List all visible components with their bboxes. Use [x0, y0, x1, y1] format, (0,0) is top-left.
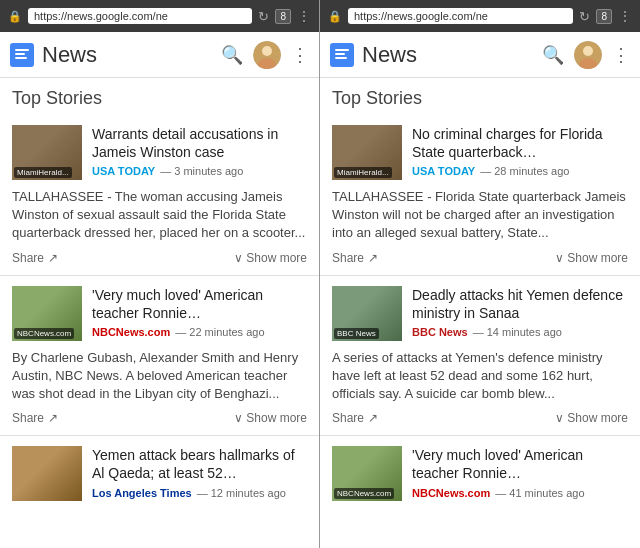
content-area: Top Stories MiamiHerald... No criminal c…	[320, 78, 640, 548]
story-info: 'Very much loved' American teacher Ronni…	[92, 286, 307, 341]
share-icon: ↗	[368, 411, 378, 425]
show-more-button[interactable]: ∨ Show more	[555, 411, 628, 425]
story-title[interactable]: 'Very much loved' American teacher Ronni…	[412, 446, 628, 482]
story-time: — 12 minutes ago	[197, 487, 286, 499]
chevron-down-icon: ∨	[555, 411, 564, 425]
story-thumbnail: NBCNews.com	[332, 446, 402, 501]
user-avatar[interactable]	[574, 41, 602, 69]
search-icon[interactable]: 🔍	[221, 44, 243, 66]
section-title: Top Stories	[320, 78, 640, 115]
story-title[interactable]: No criminal charges for Florida State qu…	[412, 125, 628, 161]
story-body: By Charlene Gubash, Alexander Smith and …	[12, 349, 307, 404]
app-bar-icons: 🔍 ⋮	[542, 41, 630, 69]
lock-icon: 🔒	[8, 10, 22, 23]
url-bar[interactable]: https://news.google.com/ne	[348, 8, 573, 24]
chevron-down-icon: ∨	[234, 251, 243, 265]
show-more-button[interactable]: ∨ Show more	[234, 251, 307, 265]
svg-rect-1	[15, 49, 29, 51]
story-thumbnail: MiamiHerald...	[12, 125, 82, 180]
browser-pane: 🔒 https://news.google.com/ne ↻ 8 ⋮ News …	[320, 0, 640, 548]
more-options-icon[interactable]: ⋮	[612, 44, 630, 66]
story-card: NBCNews.com 'Very much loved' American t…	[320, 436, 640, 519]
story-card: NBCNews.com 'Very much loved' American t…	[0, 276, 319, 437]
address-bar: 🔒 https://news.google.com/ne ↻ 8 ⋮	[0, 0, 319, 32]
user-avatar[interactable]	[253, 41, 281, 69]
svg-rect-9	[335, 53, 345, 55]
story-body: TALLAHASSEE - The woman accusing Jameis …	[12, 188, 307, 243]
menu-icon[interactable]: ⋮	[297, 8, 311, 24]
story-time: — 3 minutes ago	[160, 165, 243, 177]
story-header: NBCNews.com 'Very much loved' American t…	[332, 446, 628, 501]
app-bar-icons: 🔍 ⋮	[221, 41, 309, 69]
source-line: USA TODAY — 28 minutes ago	[412, 165, 628, 177]
story-header: BBC News Deadly attacks hit Yemen defenc…	[332, 286, 628, 341]
story-card: BBC News Deadly attacks hit Yemen defenc…	[320, 276, 640, 437]
share-button[interactable]: Share ↗	[332, 251, 378, 265]
share-button[interactable]: Share ↗	[332, 411, 378, 425]
story-card: MiamiHerald... No criminal charges for F…	[320, 115, 640, 276]
story-body: A series of attacks at Yemen's defence m…	[332, 349, 628, 404]
more-options-icon[interactable]: ⋮	[291, 44, 309, 66]
story-time: — 41 minutes ago	[495, 487, 584, 499]
app-bar: News 🔍 ⋮	[320, 32, 640, 78]
story-thumbnail: NBCNews.com	[12, 286, 82, 341]
svg-rect-2	[15, 53, 25, 55]
search-icon[interactable]: 🔍	[542, 44, 564, 66]
story-info: No criminal charges for Florida State qu…	[412, 125, 628, 180]
show-more-label: Show more	[246, 411, 307, 425]
source-line: NBCNews.com — 41 minutes ago	[412, 487, 628, 499]
share-label: Share	[12, 251, 44, 265]
show-more-button[interactable]: ∨ Show more	[555, 251, 628, 265]
story-footer: Share ↗ ∨ Show more	[332, 251, 628, 265]
svg-rect-8	[335, 49, 349, 51]
share-button[interactable]: Share ↗	[12, 251, 58, 265]
story-footer: Share ↗ ∨ Show more	[332, 411, 628, 425]
share-label: Share	[332, 411, 364, 425]
story-header: MiamiHerald... Warrants detail accusatio…	[12, 125, 307, 180]
avatar-image	[253, 41, 281, 69]
story-time: — 28 minutes ago	[480, 165, 569, 177]
source-line: NBCNews.com — 22 minutes ago	[92, 326, 307, 338]
app-title: News	[42, 42, 213, 68]
story-source: BBC News	[412, 326, 468, 338]
show-more-label: Show more	[246, 251, 307, 265]
story-title[interactable]: Warrants detail accusations in Jameis Wi…	[92, 125, 307, 161]
chevron-down-icon: ∨	[234, 411, 243, 425]
svg-rect-3	[15, 57, 27, 59]
show-more-button[interactable]: ∨ Show more	[234, 411, 307, 425]
story-header: NBCNews.com 'Very much loved' American t…	[12, 286, 307, 341]
story-footer: Share ↗ ∨ Show more	[12, 251, 307, 265]
share-icon: ↗	[368, 251, 378, 265]
reload-icon[interactable]: ↻	[579, 9, 590, 24]
avatar-image	[574, 41, 602, 69]
share-icon: ↗	[48, 411, 58, 425]
story-footer: Share ↗ ∨ Show more	[12, 411, 307, 425]
lock-icon: 🔒	[328, 10, 342, 23]
google-news-logo-svg	[12, 45, 32, 65]
story-source: NBCNews.com	[92, 326, 170, 338]
story-title[interactable]: Deadly attacks hit Yemen defence ministr…	[412, 286, 628, 322]
menu-icon[interactable]: ⋮	[618, 8, 632, 24]
app-logo	[10, 43, 34, 67]
story-title[interactable]: 'Very much loved' American teacher Ronni…	[92, 286, 307, 322]
chevron-down-icon: ∨	[555, 251, 564, 265]
story-source: USA TODAY	[412, 165, 475, 177]
url-bar[interactable]: https://news.google.com/ne	[28, 8, 252, 24]
share-button[interactable]: Share ↗	[12, 411, 58, 425]
share-label: Share	[332, 251, 364, 265]
story-card: Yemen attack bears hallmarks of Al Qaeda…	[0, 436, 319, 519]
tab-count[interactable]: 8	[596, 9, 612, 24]
share-label: Share	[12, 411, 44, 425]
story-thumbnail: BBC News	[332, 286, 402, 341]
source-line: USA TODAY — 3 minutes ago	[92, 165, 307, 177]
svg-point-5	[262, 46, 272, 56]
share-icon: ↗	[48, 251, 58, 265]
svg-point-12	[583, 46, 593, 56]
story-title[interactable]: Yemen attack bears hallmarks of Al Qaeda…	[92, 446, 307, 482]
reload-icon[interactable]: ↻	[258, 9, 269, 24]
story-thumbnail	[12, 446, 82, 501]
story-source: NBCNews.com	[412, 487, 490, 499]
story-source: USA TODAY	[92, 165, 155, 177]
tab-count[interactable]: 8	[275, 9, 291, 24]
app-logo	[330, 43, 354, 67]
